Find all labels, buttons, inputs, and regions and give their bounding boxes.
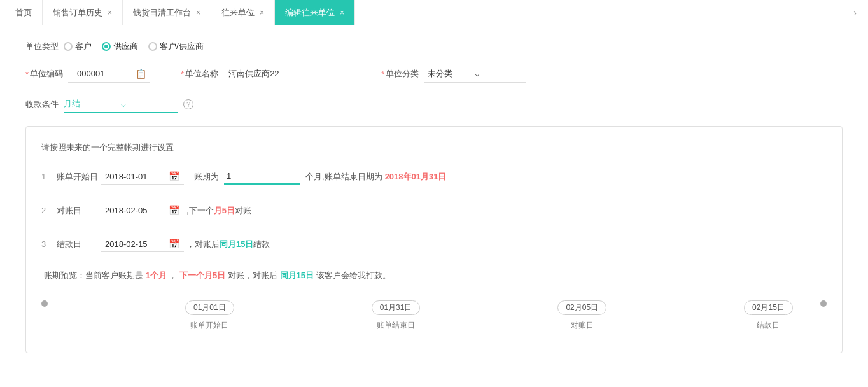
tab-edit-contact[interactable]: 编辑往来单位 × xyxy=(275,0,355,25)
unit-category-required: * xyxy=(381,69,384,79)
main-content: 单位类型 客户 供应商 客户/供应商 * 单位编码 xyxy=(0,25,868,387)
setting-row-2: 2 对账日 📅 ,下一个 月5日 对账 xyxy=(41,202,827,218)
radio-label-customer: 客户 xyxy=(75,41,92,52)
row3-desc-prefix: ，对账后 xyxy=(186,239,220,250)
preview-sep1: ， xyxy=(169,271,177,280)
close-sales-history[interactable]: × xyxy=(108,9,112,17)
preview-part2: 下一个月5日 xyxy=(179,271,225,280)
radio-circle-customer xyxy=(64,42,73,51)
timeline-start-dot xyxy=(41,300,48,307)
preview-sep2: 对账，对账后 xyxy=(228,271,277,280)
unit-category-field: * 单位分类 未分类 ⌵ xyxy=(381,66,526,83)
period-end: 2018年01月31日 xyxy=(385,171,447,183)
close-edit-contact[interactable]: × xyxy=(340,9,344,17)
milestone-2: 01月31日 账单结束日 xyxy=(372,300,421,331)
unit-code-field: * 单位编码 📋 xyxy=(25,65,150,83)
radio-group: 客户 供应商 客户/供应商 xyxy=(64,41,204,52)
timeline-line xyxy=(41,307,827,307)
date-input-1: 📅 xyxy=(101,169,184,185)
milestone-3-label: 对账日 xyxy=(571,320,594,331)
period-suffix: 个月,账单结束日期为 xyxy=(305,171,382,183)
row2-desc-prefix: ,下一个 xyxy=(186,205,214,216)
date-field-3[interactable] xyxy=(105,239,169,249)
help-icon[interactable]: ? xyxy=(183,99,193,109)
unit-category-value: 未分类 xyxy=(428,68,475,80)
milestone-2-label: 账单结束日 xyxy=(377,320,415,331)
row-label-3: 结款日 xyxy=(57,239,101,250)
preview-end: 该客户会给我打款。 xyxy=(316,271,391,280)
card-instruction: 请按照未来的一个完整帐期进行设置 xyxy=(41,142,827,153)
milestone-1-badge: 01月01日 xyxy=(185,300,234,315)
tab-more-arrow[interactable]: › xyxy=(847,8,863,18)
unit-category-select[interactable]: 未分类 ⌵ xyxy=(424,66,526,83)
period-value-input[interactable] xyxy=(224,169,300,185)
date-input-2: 📅 xyxy=(101,202,184,218)
payment-field: 收款条件 月结 ⌵ ? xyxy=(25,95,193,113)
tab-sales-history[interactable]: 销售订单历史 × xyxy=(43,0,123,25)
unit-type-field: 单位类型 客户 供应商 客户/供应商 xyxy=(25,41,204,52)
radio-label-supplier: 供应商 xyxy=(113,41,138,52)
date-field-1[interactable] xyxy=(105,172,169,181)
milestone-4: 02月15日 结款日 xyxy=(744,300,793,331)
timeline: 01月01日 账单开始日 01月31日 账单结束日 02月05日 对账日 02月… xyxy=(41,294,827,337)
payment-label: 收款条件 xyxy=(25,99,59,110)
period-prefix: 账期为 xyxy=(194,171,219,183)
preview-part1: 1个月 xyxy=(146,271,167,280)
unit-code-icon[interactable]: 📋 xyxy=(136,69,146,79)
payment-select[interactable]: 月结 ⌵ xyxy=(64,95,178,113)
unit-category-label: 单位分类 xyxy=(386,68,419,80)
tab-contacts[interactable]: 往来单位 × xyxy=(211,0,275,25)
radio-circle-both xyxy=(148,42,157,51)
milestone-3: 02月05日 对账日 xyxy=(557,300,606,331)
close-cash-work[interactable]: × xyxy=(196,9,200,17)
preview-prefix: 账期预览：当前客户账期是 xyxy=(44,271,143,280)
unit-code-label: 单位编码 xyxy=(30,68,63,80)
payment-value: 月结 xyxy=(64,98,121,109)
close-contacts[interactable]: × xyxy=(260,9,264,17)
radio-label-both: 客户/供应商 xyxy=(160,41,204,52)
cal-icon-3[interactable]: 📅 xyxy=(169,239,179,249)
category-arrow-icon: ⌵ xyxy=(475,69,522,78)
milestone-4-badge: 02月15日 xyxy=(744,300,793,315)
date-input-3: 📅 xyxy=(101,236,184,252)
setting-row-3: 3 结款日 📅 ，对账后 同月15日 结款 xyxy=(41,236,827,252)
unit-name-label: 单位名称 xyxy=(185,68,218,80)
unit-name-input[interactable] xyxy=(223,66,351,81)
tab-cash-work[interactable]: 钱货日清工作台 × xyxy=(123,0,211,25)
unit-code-input[interactable] xyxy=(72,66,136,81)
payment-arrow-icon: ⌵ xyxy=(121,99,178,109)
setting-row-1: 1 账单开始日 📅 账期为 个月,账单结束日期为 2018年01月31日 xyxy=(41,169,827,185)
tab-home[interactable]: 首页 xyxy=(5,0,43,25)
row-num-3: 3 xyxy=(41,239,57,249)
unit-info-row: * 单位编码 📋 * 单位名称 * 单位分类 未分类 ⌵ xyxy=(25,65,843,83)
milestone-4-label: 结款日 xyxy=(757,320,780,331)
row3-highlight: 同月15日 xyxy=(220,239,253,250)
unit-code-required: * xyxy=(25,69,29,79)
unit-type-row: 单位类型 客户 供应商 客户/供应商 xyxy=(25,41,843,52)
timeline-end-dot xyxy=(820,300,827,307)
row-label-2: 对账日 xyxy=(57,205,101,216)
date-field-2[interactable] xyxy=(105,206,169,215)
milestone-3-badge: 02月05日 xyxy=(557,300,606,315)
milestone-2-badge: 01月31日 xyxy=(372,300,421,315)
preview-part3: 同月15日 xyxy=(280,271,314,280)
unit-code-input-wrap: 📋 xyxy=(68,65,150,83)
settings-card: 请按照未来的一个完整帐期进行设置 1 账单开始日 📅 账期为 个月,账单结束日期… xyxy=(25,126,843,353)
row3-desc-suffix: 结款 xyxy=(253,239,270,250)
tab-bar: 首页 销售订单历史 × 钱货日清工作台 × 往来单位 × 编辑往来单位 × › xyxy=(0,0,868,25)
cal-icon-1[interactable]: 📅 xyxy=(169,171,179,181)
payment-row: 收款条件 月结 ⌵ ? xyxy=(25,95,843,113)
row-num-1: 1 xyxy=(41,172,57,181)
preview-text: 账期预览：当前客户账期是 1个月 ， 下一个月5日 对账，对账后 同月15日 该… xyxy=(41,270,827,281)
radio-both[interactable]: 客户/供应商 xyxy=(148,41,204,52)
milestone-1: 01月01日 账单开始日 xyxy=(185,300,234,331)
radio-circle-supplier xyxy=(102,42,111,51)
radio-supplier[interactable]: 供应商 xyxy=(102,41,138,52)
row2-desc-suffix: 对账 xyxy=(235,205,251,216)
cal-icon-2[interactable]: 📅 xyxy=(169,205,179,215)
row-num-2: 2 xyxy=(41,206,57,215)
unit-name-field: * 单位名称 xyxy=(181,66,351,81)
radio-customer[interactable]: 客户 xyxy=(64,41,92,52)
row-label-1: 账单开始日 xyxy=(57,171,101,183)
milestone-1-label: 账单开始日 xyxy=(190,320,228,331)
